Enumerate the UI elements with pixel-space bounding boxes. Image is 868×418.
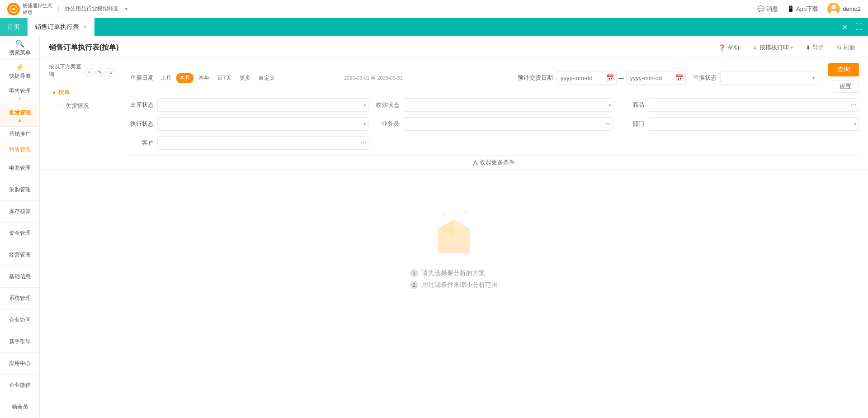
retail-arrow-icon: ▾ [19, 96, 21, 101]
payment-status-select[interactable] [403, 98, 614, 112]
goods-label: 商品 [619, 101, 644, 109]
refresh-btn[interactable]: ↻ 刷新 [833, 42, 859, 53]
collapse-more-label: 收起更多条件 [480, 158, 515, 166]
avatar [827, 3, 840, 15]
sidebar-item-wholesale[interactable]: 批发管理 ▴ [0, 105, 39, 127]
sidebar-item-finance[interactable]: 资金管理 [0, 223, 39, 244]
predicted-date-end[interactable] [626, 71, 686, 85]
tab-home[interactable]: 首页 [0, 18, 28, 36]
sidebar-item-ecommerce[interactable]: 电商管理 [0, 157, 39, 179]
goods-more-icon[interactable]: ··· [850, 101, 856, 109]
sidebar-label-search-menu: 搜索菜单 [9, 49, 31, 57]
scheme-label-按单: 按单 [58, 88, 70, 96]
sidebar-item-marketing[interactable]: 营销推广 [0, 127, 39, 142]
department-control: ▾ [648, 117, 859, 131]
salesperson-input[interactable] [403, 117, 614, 131]
sidebar-item-retail[interactable]: 零售管理 ▾ [0, 83, 39, 105]
settings-btn[interactable]: 设置 [832, 80, 859, 93]
sidebar-item-operations[interactable]: 经营管理 [0, 244, 39, 266]
predicted-date-start[interactable] [557, 71, 617, 85]
tab-close-window[interactable]: ✕ [839, 22, 850, 33]
shortcut-last-month[interactable]: 上月 [157, 73, 175, 83]
sidebar-label-enterprise: 企业协同 [9, 316, 31, 324]
scheme-item-欠货情况[interactable]: ○ 欠货情况 [49, 99, 115, 113]
customer-more-icon[interactable]: ··· [361, 139, 367, 147]
ship-status-field: 出库状态 ▾ [128, 98, 368, 112]
home-tab-label: 首页 [7, 23, 20, 31]
salesperson-control: ··· [403, 117, 614, 131]
sidebar-item-guide[interactable]: 新手引导 [0, 331, 39, 353]
scheme-label-欠货情况: 欠货情况 [66, 102, 89, 110]
sidebar-label-inventory: 库存核算 [9, 208, 31, 215]
sidebar-item-quick-nav[interactable]: ⚡ 快捷导航 [0, 60, 39, 83]
sidebar-item-basic-info[interactable]: 基础信息 [0, 266, 39, 288]
sidebar-item-app-center[interactable]: 应用中心 [0, 353, 39, 375]
sidebar-item-wechat[interactable]: 企业微信 [0, 375, 39, 396]
logo-icon [7, 3, 20, 15]
predicted-date-range: 📅 — 📅 [557, 71, 686, 85]
sidebar-item-enterprise[interactable]: 企业协同 [0, 309, 39, 331]
customer-field: 客户 ··· [128, 136, 369, 150]
sidebar-label-marketing: 营销推广 [9, 130, 31, 138]
customer-input[interactable] [157, 136, 369, 150]
print-btn[interactable]: 🖨 按模板打印 ▾ [748, 42, 797, 53]
department-select[interactable] [648, 117, 859, 131]
goods-input[interactable] [648, 98, 859, 112]
filter-row-4: 客户 ··· [128, 136, 859, 150]
goods-control: ··· [648, 98, 859, 112]
user-avatar-area[interactable]: demo2 [827, 3, 861, 15]
sidebar-item-sales-mgmt[interactable]: 销售管理 [0, 142, 39, 157]
ship-status-label: 出库状态 [128, 101, 154, 109]
date-range-sep: — [618, 75, 624, 81]
sidebar-item-inventory[interactable]: 库存核算 [0, 201, 39, 223]
tab-close-btn[interactable]: × [84, 24, 87, 30]
search-btn-area: 查询 设置 [823, 63, 859, 93]
tab-sales-order[interactable]: 销售订单执行表 × [28, 18, 94, 36]
help-icon: ❓ [718, 44, 726, 51]
breadcrumb-arrow-btn[interactable]: ▾ [123, 5, 130, 13]
export-icon: ⬇ [806, 44, 811, 51]
sidebar-label-app-center: 应用中心 [9, 360, 31, 367]
empty-tip-2: 2 用过滤条件来缩小分析范围 [410, 281, 498, 289]
logo-area: 畅捷通好生意 标版 [7, 2, 52, 15]
customer-control: ··· [157, 136, 369, 150]
collapse-scheme-btn[interactable]: « [106, 68, 115, 77]
shortcut-this-month[interactable]: 本月 [176, 73, 193, 83]
scheme-active-icon: ● [52, 89, 56, 95]
shortcut-more[interactable]: 更多 [236, 73, 254, 83]
page-header: 销售订单执行表(按单) ❓ 帮助 🖨 按模板打印 ▾ ⬇ 导出 ↻ 刷新 [40, 36, 868, 57]
ship-status-select[interactable] [157, 98, 368, 112]
search-icon: 🔍 [15, 39, 24, 48]
sidebar-item-system[interactable]: 系统管理 [0, 288, 39, 309]
app-download-action[interactable]: 📱 App下载 [787, 5, 818, 13]
export-btn[interactable]: ⬇ 导出 [802, 42, 828, 53]
shortcut-7days[interactable]: 近7天 [214, 73, 235, 83]
edit-scheme-btn[interactable]: ✎ [95, 68, 104, 77]
message-action[interactable]: 💬 消息 [757, 5, 778, 13]
sidebar-item-vip[interactable]: 畅会员 [0, 396, 39, 418]
help-btn[interactable]: ❓ 帮助 [715, 42, 743, 53]
payment-status-label: 收款状态 [374, 101, 399, 109]
collapse-more-btn[interactable]: ⋀ 收起更多条件 [128, 155, 859, 169]
scheme-item-按单[interactable]: ● 按单 [49, 86, 115, 99]
add-scheme-btn[interactable]: + [85, 68, 94, 77]
doc-status-select[interactable] [720, 71, 817, 85]
active-tab-label: 销售订单执行表 [35, 23, 79, 31]
date-range-row: 2023-03-01 至 2023-03-31 [344, 75, 512, 81]
salesperson-more-icon[interactable]: ··· [605, 120, 611, 128]
sidebar-item-search-menu[interactable]: 🔍 搜索菜单 [0, 36, 39, 60]
query-btn[interactable]: 查询 [828, 63, 859, 76]
tab-maximize[interactable]: ⛶ [854, 22, 864, 33]
ship-status-control: ▾ [157, 98, 368, 112]
sidebar-item-purchase[interactable]: 采购管理 [0, 179, 39, 201]
shortcut-custom[interactable]: 自定义 [255, 73, 278, 83]
svg-line-8 [463, 212, 467, 215]
scheme-actions: + ✎ « [85, 68, 115, 77]
message-icon: 💬 [757, 5, 764, 12]
predicted-end-wrap: 📅 [626, 71, 686, 85]
exec-status-select[interactable] [157, 117, 368, 131]
quick-nav-icon: ⚡ [15, 63, 24, 71]
shortcut-this-year[interactable]: 本年 [195, 73, 212, 83]
customer-label: 客户 [128, 139, 154, 147]
top-header: 畅捷通好生意 标版 | 办公用品行业模拟账套 ▾ 💬 消息 📱 App下载 de [0, 0, 868, 18]
